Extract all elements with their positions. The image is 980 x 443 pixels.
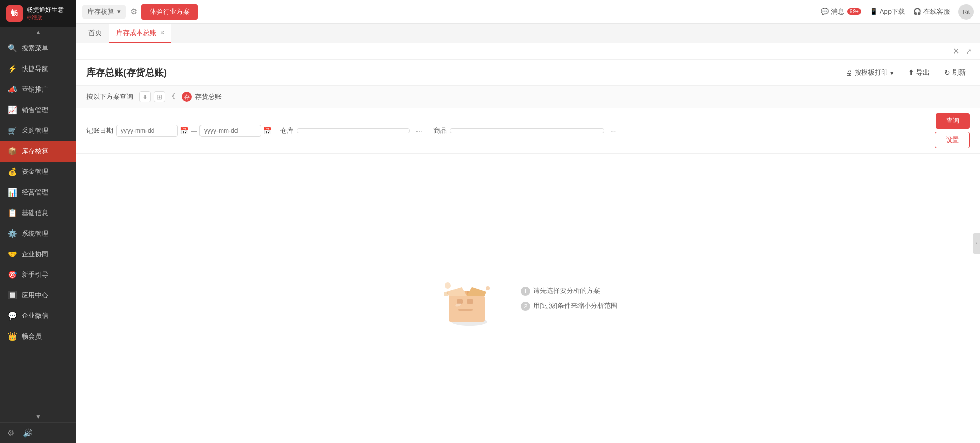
tab-bar: 首页 库存成本总账 ×	[76, 24, 980, 43]
sidebar-item-wechat[interactable]: 💬 企业微信	[0, 306, 76, 326]
sidebar-item-apps[interactable]: 🔲 应用中心	[0, 285, 76, 306]
message-badge: 99+	[847, 8, 861, 15]
svg-marker-5	[467, 287, 486, 296]
page-header-actions: 🖨 按模板打印 ▾ ⬆ 导出 ↻ 刷新	[841, 66, 970, 79]
sales-icon: 📈	[7, 105, 17, 115]
page-content: ✕ ⤢ 库存总账(存货总账) 🖨 按模板打印 ▾ ⬆ 导出	[76, 43, 980, 443]
inventory-icon: 📦	[7, 146, 17, 156]
date-start-input[interactable]	[116, 125, 178, 137]
filter-actions: + ⊞ 《	[139, 91, 175, 102]
empty-svg	[439, 268, 500, 329]
sidebar-item-operation[interactable]: 📊 经营管理	[0, 182, 76, 203]
empty-text: 1 请先选择要分析的方案 2 用[过滤]条件来缩小分析范围	[521, 286, 617, 311]
warehouse-field: 仓库 ···	[280, 126, 425, 136]
calendar-end-icon[interactable]: 📅	[263, 127, 272, 135]
filter-collapse-btn[interactable]: 《	[168, 92, 175, 101]
sidebar-item-newbie[interactable]: 🎯 新手引导	[0, 264, 76, 285]
print-btn[interactable]: 🖨 按模板打印 ▾	[841, 66, 898, 79]
settings-btn[interactable]: 设置	[935, 132, 970, 148]
wechat-icon: 💬	[7, 311, 17, 321]
filter-row: 记账日期 📅 — 📅 仓库 ···	[76, 108, 980, 154]
online-support-item[interactable]: 🎧 在线客服	[913, 7, 950, 16]
content-wrapper: ✕ ⤢ 库存总账(存货总账) 🖨 按模板打印 ▾ ⬆ 导出	[76, 43, 980, 443]
industry-btn[interactable]: 体验行业方案	[141, 4, 198, 20]
product-more-btn[interactable]: ···	[607, 126, 620, 136]
quicknav-icon: ⚡	[7, 64, 17, 74]
filter-add-btn[interactable]: +	[139, 91, 151, 102]
sidebar: 畅 畅捷通好生意 标准版 ▲ 🔍 搜索菜单 ⚡ 快捷导航 📣 营销推广 📈 销售…	[0, 0, 76, 443]
date-end-input[interactable]	[199, 125, 261, 137]
message-icon: 💬	[821, 8, 829, 15]
empty-hint-1: 1 请先选择要分析的方案	[521, 286, 617, 296]
sidebar-item-system[interactable]: ⚙️ 系统管理	[0, 223, 76, 244]
empty-state: 1 请先选择要分析的方案 2 用[过滤]条件来缩小分析范围	[76, 154, 980, 443]
message-item[interactable]: 💬 消息 99+	[821, 7, 861, 16]
operation-icon: 📊	[7, 187, 17, 198]
topbar: 库存核算 ▾ ⚙ 体验行业方案 💬 消息 99+ 📱 App下载 🎧 在线客服 …	[76, 0, 980, 24]
sidebar-item-purchase[interactable]: 🛒 采购管理	[0, 120, 76, 141]
panel-close-btn[interactable]: ✕	[951, 44, 961, 58]
sidebar-item-quicknav[interactable]: ⚡ 快捷导航	[0, 59, 76, 79]
breadcrumb-dropdown-icon: ▾	[117, 8, 121, 15]
filter-bar-label: 按以下方案查询	[86, 92, 133, 101]
sidebar-logo: 畅 畅捷通好生意 标准版	[0, 0, 76, 27]
tab-close-icon[interactable]: ×	[160, 29, 164, 37]
svg-rect-7	[457, 299, 463, 304]
sidebar-item-marketing[interactable]: 📣 营销推广	[0, 79, 76, 100]
print-icon: 🖨	[845, 68, 852, 77]
export-btn[interactable]: ⬆ 导出	[904, 66, 934, 79]
headset-icon: 🎧	[913, 8, 921, 15]
refresh-icon: ↻	[944, 68, 950, 77]
calendar-start-icon[interactable]: 📅	[180, 127, 189, 135]
sidebar-scroll-up[interactable]: ▲	[0, 27, 76, 38]
filter-group-btn[interactable]: ⊞	[154, 91, 165, 102]
panel-resize-btn[interactable]: ⤢	[966, 47, 972, 56]
empty-hint-2: 2 用[过滤]条件来缩小分析范围	[521, 301, 617, 311]
topbar-left: 库存核算 ▾ ⚙ 体验行业方案	[82, 4, 815, 20]
topbar-breadcrumb[interactable]: 库存核算 ▾	[82, 5, 126, 19]
sidebar-item-enterprise[interactable]: 🤝 企业协同	[0, 244, 76, 264]
footer-speaker-icon[interactable]: 🔊	[23, 428, 33, 438]
filter-scheme-icon: 存	[182, 92, 192, 102]
search-icon: 🔍	[7, 43, 17, 54]
filter-scheme-item[interactable]: 存 存货总账	[182, 92, 222, 102]
logo-icon: 畅	[6, 5, 23, 22]
topbar-settings-icon[interactable]: ⚙	[130, 7, 137, 16]
close-row: ✕ ⤢	[76, 43, 980, 60]
sidebar-scroll-down[interactable]: ▼	[0, 411, 76, 422]
user-avatar[interactable]: Rit	[958, 4, 974, 20]
logo-text: 畅捷通好生意 标准版	[27, 6, 64, 21]
query-btn[interactable]: 查询	[936, 113, 970, 129]
footer-settings-icon[interactable]: ⚙	[7, 428, 14, 438]
warehouse-select[interactable]	[297, 128, 410, 133]
app-download-item[interactable]: 📱 App下载	[869, 7, 905, 16]
empty-illustration	[439, 268, 500, 329]
basic-icon: 📋	[7, 208, 17, 218]
query-actions: 查询 设置	[935, 113, 970, 148]
purchase-icon: 🛒	[7, 126, 17, 136]
marketing-icon: 📣	[7, 84, 17, 95]
sidebar-item-member[interactable]: 👑 畅会员	[0, 326, 76, 347]
sidebar-item-finance[interactable]: 💰 资金管理	[0, 162, 76, 182]
tab-inventory-ledger[interactable]: 库存成本总账 ×	[109, 24, 171, 43]
newbie-icon: 🎯	[7, 270, 17, 280]
svg-marker-4	[446, 287, 467, 296]
finance-icon: 💰	[7, 167, 17, 177]
sidebar-item-search[interactable]: 🔍 搜索菜单	[0, 38, 76, 59]
sidebar-item-sales[interactable]: 📈 销售管理	[0, 100, 76, 120]
tab-home[interactable]: 首页	[81, 24, 109, 43]
date-input-wrap: 📅 — 📅	[116, 125, 272, 137]
refresh-btn[interactable]: ↻ 刷新	[940, 66, 970, 79]
sidebar-item-basic[interactable]: 📋 基础信息	[0, 203, 76, 223]
warehouse-more-btn[interactable]: ···	[413, 126, 425, 136]
topbar-right: 💬 消息 99+ 📱 App下载 🎧 在线客服 Rit	[821, 4, 974, 20]
product-label: 商品	[433, 126, 447, 135]
hint1-num: 1	[521, 287, 530, 296]
date-field: 记账日期 📅 — 📅	[86, 125, 272, 137]
svg-rect-9	[458, 309, 473, 311]
right-panel-arrow[interactable]: ›	[973, 233, 980, 254]
sidebar-item-inventory[interactable]: 📦 库存核算	[0, 141, 76, 162]
product-select[interactable]	[450, 128, 604, 133]
svg-point-10	[445, 282, 451, 289]
date-separator: —	[191, 127, 197, 135]
